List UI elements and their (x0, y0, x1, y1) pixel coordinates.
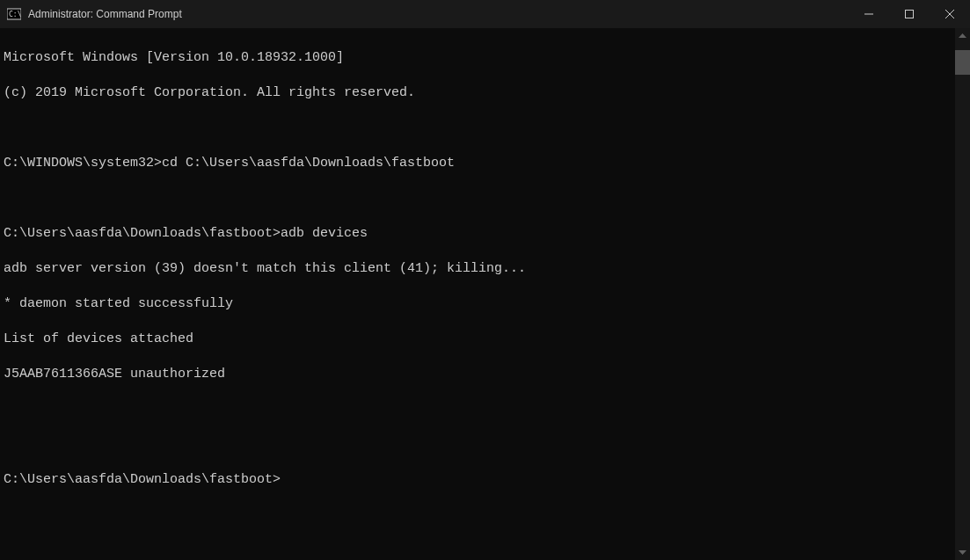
terminal-body[interactable]: Microsoft Windows [Version 10.0.18932.10… (0, 28, 970, 560)
window-titlebar[interactable]: C:\ Administrator: Command Prompt (0, 0, 970, 28)
terminal-line (4, 401, 966, 418)
svg-text:C:\: C:\ (9, 11, 21, 18)
terminal-line: adb server version (39) doesn't match th… (4, 260, 966, 278)
window-controls (849, 0, 970, 28)
terminal-line: J5AAB7611366ASE unauthorized (4, 366, 966, 383)
minimize-button[interactable] (849, 0, 889, 28)
scrollbar-thumb[interactable] (955, 50, 970, 75)
svg-marker-7 (959, 550, 966, 555)
scrollbar-track-area[interactable] (955, 43, 970, 545)
close-button[interactable] (930, 0, 970, 28)
terminal-line: C:\Users\aasfda\Downloads\fastboot> (4, 471, 966, 489)
svg-marker-6 (959, 33, 966, 38)
terminal-line (4, 120, 966, 137)
terminal-content: Microsoft Windows [Version 10.0.18932.10… (0, 28, 970, 527)
svg-rect-3 (906, 11, 914, 18)
maximize-button[interactable] (889, 0, 930, 28)
terminal-line: Microsoft Windows [Version 10.0.18932.10… (4, 49, 966, 67)
terminal-line (4, 190, 966, 207)
terminal-line: (c) 2019 Microsoft Corporation. All righ… (4, 84, 966, 102)
terminal-line (4, 436, 966, 454)
scroll-down-arrow-icon[interactable] (955, 545, 970, 560)
vertical-scrollbar[interactable] (955, 28, 970, 560)
scroll-up-arrow-icon[interactable] (955, 28, 970, 43)
terminal-line: C:\WINDOWS\system32>cd C:\Users\aasfda\D… (4, 155, 966, 172)
cmd-icon: C:\ (7, 7, 21, 21)
terminal-line: * daemon started successfully (4, 295, 966, 313)
terminal-line: List of devices attached (4, 331, 966, 348)
window-title: Administrator: Command Prompt (28, 8, 849, 20)
terminal-line: C:\Users\aasfda\Downloads\fastboot>adb d… (4, 225, 966, 243)
